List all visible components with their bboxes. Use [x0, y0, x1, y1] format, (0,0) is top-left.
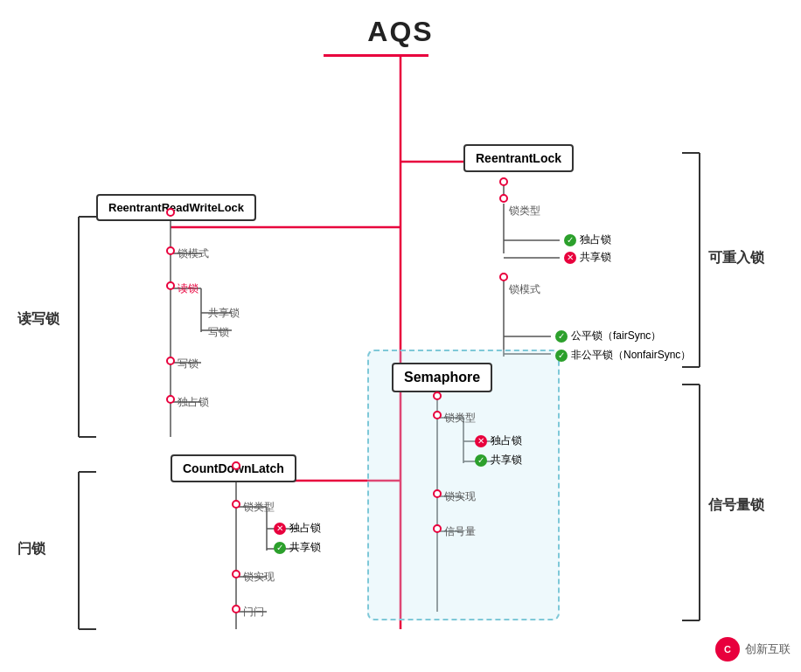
connector-rl-lockmode [499, 273, 508, 281]
check-icon-rl-fair: ✓ [555, 330, 568, 343]
sem-lockimpl-label: 锁实现 [444, 489, 476, 504]
connector-rrw-mode [166, 246, 175, 255]
connector-rrw-top [166, 208, 175, 217]
check-icon-sem-shared: ✓ [475, 454, 487, 467]
rl-locktype-label: 锁类型 [509, 204, 540, 218]
cdl-locktype-label: 锁类型 [243, 500, 275, 515]
rrw-readlock-label: 读锁 [178, 281, 199, 296]
connector-cdl-type [232, 500, 240, 509]
rrw-lockmode-label: 锁模式 [178, 246, 209, 261]
aqs-title: AQS [367, 16, 433, 48]
sem-exclusive: ✕ 独占锁 [475, 433, 522, 448]
rrw-exclusive-label: 独占锁 [178, 395, 209, 410]
watermark: C 创新互联 [715, 637, 791, 662]
svg-text:C: C [724, 644, 731, 655]
connector-sem-item [433, 524, 442, 533]
x-icon-cdl-exclusive: ✕ [274, 523, 286, 535]
reentrant-lock-box: ReentrantLock [463, 144, 574, 172]
watermark-text: 创新互联 [745, 641, 791, 657]
connector-sem-impl [433, 489, 442, 498]
rl-exclusive: ✓ 独占锁 [564, 232, 611, 247]
rl-shared: ✕ 共享锁 [564, 250, 611, 265]
connector-cdl-impl [232, 570, 240, 578]
x-icon-rl-shared: ✕ [564, 252, 576, 264]
rrw-writelock2-label: 写锁 [178, 357, 199, 371]
connector-cdl-top [232, 461, 240, 470]
cdl-exclusive: ✕ 独占锁 [274, 521, 321, 536]
reentrant-rw-lock-box: ReentrantReadWriteLock [96, 194, 256, 221]
connector-rrw-exclusive [166, 395, 175, 404]
connector-sem-type [433, 411, 442, 419]
x-icon-sem-exclusive: ✕ [475, 435, 487, 447]
sem-shared: ✓ 共享锁 [475, 453, 522, 468]
watermark-icon: C [715, 637, 740, 662]
cdl-lockimpl-label: 锁实现 [243, 570, 275, 585]
rrw-writelock-label: 写锁 [208, 325, 229, 340]
section-readwrite-lock: 读写锁 [17, 310, 59, 329]
connector-sem-top [433, 391, 442, 400]
aqs-underline [324, 54, 428, 57]
check-icon-rl-exclusive: ✓ [564, 234, 576, 246]
section-semaphore-lock: 信号量锁 [708, 496, 764, 515]
cdl-shared: ✓ 共享锁 [274, 540, 321, 555]
rl-lockmode-label: 锁模式 [509, 282, 540, 297]
connector-rl-locktype [499, 194, 508, 203]
connector-rrw-read [166, 281, 175, 290]
connector-rrw-write [166, 357, 175, 365]
check-icon-cdl-shared: ✓ [274, 542, 286, 554]
connector-rl-top [499, 177, 508, 186]
section-reentrant-lock: 可重入锁 [708, 249, 764, 267]
rrw-sharedlock-label: 共享锁 [208, 306, 240, 321]
sem-locktype-label: 锁类型 [444, 411, 476, 426]
rl-nonfair: ✓ 非公平锁（NonfairSync） [555, 348, 691, 363]
diagram-container: AQS ReentrantLock ReentrantReadWriteLock… [0, 0, 801, 672]
semaphore-box: Semaphore [392, 363, 492, 392]
cdl-gate-label: 门闩 [243, 605, 264, 620]
sem-item-label: 信号量 [444, 524, 476, 539]
check-icon-rl-nonfair: ✓ [555, 350, 568, 362]
connector-cdl-gate [232, 605, 240, 613]
rl-fair: ✓ 公平锁（fairSync） [555, 329, 661, 343]
section-latch: 闩锁 [17, 540, 45, 558]
